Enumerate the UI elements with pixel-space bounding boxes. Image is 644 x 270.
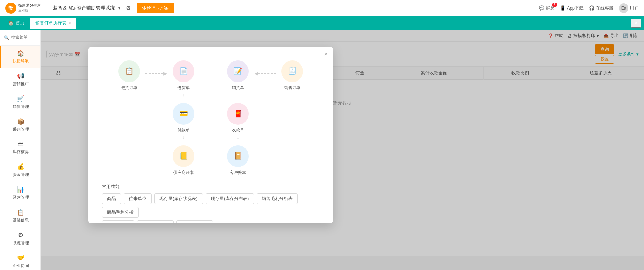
search-icon: 🔍 (4, 35, 9, 40)
system-icon: ⚙ (18, 231, 23, 239)
svg-text:🧾: 🧾 (288, 67, 297, 75)
svg-text:🧧: 🧧 (234, 109, 242, 118)
sidebar-item-inventory[interactable]: 🗃 库存核算 (0, 137, 40, 159)
modal-overlay: × 📋 进货订单 (41, 30, 644, 270)
app-download-label: App下载 (567, 5, 584, 11)
gear-icon[interactable]: ⚙ (124, 3, 133, 13)
modal-content: 📋 进货订单 ▶ (88, 47, 333, 223)
func-btn-product[interactable]: 商品 (102, 193, 121, 204)
sidebar-item-sales[interactable]: 🛒 销售管理 (0, 91, 40, 114)
purchase-bill-label: 进货单 (177, 85, 190, 91)
message-icon: 💬 (539, 5, 544, 11)
sidebar-item-enterprise[interactable]: 🤝 企业协同 (0, 250, 40, 270)
func-btn-payment-stats[interactable]: 付款情况统计 (176, 220, 213, 223)
sidebar-item-system[interactable]: ⚙ 系统管理 (0, 227, 40, 250)
flow-sales-order[interactable]: 🧾 (281, 60, 303, 82)
sidebar-item-label-system: 系统管理 (13, 240, 29, 246)
logo-area: 畅 畅康通好生意 标准版 (5, 3, 46, 14)
purchase-bill-icon: 📄 (177, 65, 190, 78)
quick-nav-icon: 🏠 (17, 50, 24, 57)
system-dropdown-btn[interactable]: ▾ (118, 6, 120, 11)
sidebar-search-btn[interactable]: 🔍 搜索菜单 (3, 33, 38, 42)
customer-ledger-label: 客户账本 (230, 170, 246, 176)
purchase-order-label: 进货订单 (121, 85, 137, 91)
sidebar-item-purchase[interactable]: 📦 采购管理 (0, 114, 40, 137)
sidebar-item-operations[interactable]: 📊 经营管理 (0, 182, 40, 204)
sales-bill-icon: 📝 (231, 65, 244, 78)
func-btn-stock-status[interactable]: 现存量(库存状况表) (154, 193, 203, 204)
payment-label: 付款单 (177, 127, 190, 133)
flow-sales-bill[interactable]: 📝 (227, 60, 249, 82)
sidebar-item-label-marketing: 营销推广 (13, 81, 29, 87)
svg-text:📋: 📋 (125, 67, 134, 75)
sidebar-item-label-operations: 经营管理 (13, 195, 29, 200)
logo-brand: 畅康通好生意 (18, 3, 41, 8)
flow-purchase-order[interactable]: 📋 (118, 60, 140, 82)
svg-text:💳: 💳 (179, 109, 188, 118)
enterprise-icon: 🤝 (17, 254, 24, 262)
tab-sales-order-label: 销售订单执行表 (35, 20, 66, 26)
flow-receipt[interactable]: 🧧 (227, 103, 249, 125)
logo-edition: 标准版 (18, 8, 41, 13)
app-download-btn[interactable]: 📱 App下载 (560, 5, 584, 11)
tab-bar-close-btn[interactable]: × (631, 19, 641, 28)
common-functions-section: 常用功能 商品 往来单位 现存量(库存状况表) 现存量(库存分布表) 销售毛利分… (102, 184, 319, 223)
svg-text:📔: 📔 (234, 152, 242, 160)
finance-icon: 💰 (17, 163, 24, 170)
tab-bar: 🏠 首页 销售订单执行表 × × (0, 16, 644, 30)
sidebar-item-label-quick-nav: 快捷导航 (13, 58, 29, 64)
user-name: 用户 (630, 5, 639, 11)
flow-payment[interactable]: 💳 (173, 103, 194, 125)
svg-text:📝: 📝 (234, 67, 242, 75)
sidebar: 🔍 搜索菜单 🏠 快捷导航 📢 营销推广 🛒 销售管理 📦 采购管理 🗃 库存核… (0, 30, 41, 270)
tab-close-icon[interactable]: × (68, 20, 71, 26)
common-functions-title: 常用功能 (102, 184, 319, 190)
content-area: ❓ 帮助 🖨 按模板打印 ▾ 📤 导出 🔄 刷新 yyyy-mm-dd 📅 (41, 30, 644, 270)
func-btn-stock-dist[interactable]: 现存量(库存分布表) (206, 193, 254, 204)
sales-order-icon: 🧾 (286, 65, 299, 78)
sidebar-item-quick-nav[interactable]: 🏠 快捷导航 (0, 46, 40, 68)
experience-btn[interactable]: 体验行业方案 (137, 3, 174, 13)
service-icon: 🎧 (589, 5, 594, 11)
home-icon: 🏠 (8, 21, 14, 26)
sales-icon: 🛒 (17, 95, 24, 103)
quick-nav-modal: × 📋 进货订单 (88, 47, 333, 223)
sidebar-item-finance[interactable]: 💰 资金管理 (0, 159, 40, 182)
message-badge: 6 (552, 3, 557, 7)
sidebar-search-area: 🔍 搜索菜单 (0, 30, 40, 46)
purchase-order-icon: 📋 (123, 65, 136, 78)
sales-order-label: 销售订单 (284, 85, 300, 91)
func-btn-sales-rank[interactable]: 销售排行榜 (102, 220, 134, 223)
basic-info-icon: 📋 (17, 209, 24, 216)
tab-sales-order-exec[interactable]: 销售订单执行表 × (30, 18, 76, 29)
marketing-icon: 📢 (17, 72, 24, 80)
sidebar-item-label-inventory: 库存核算 (13, 149, 29, 155)
flow-customer-ledger[interactable]: 📔 (227, 145, 249, 167)
message-btn[interactable]: 💬 消息 6 (539, 5, 555, 11)
flow-purchase-bill[interactable]: 📄 (173, 60, 194, 82)
download-icon: 📱 (560, 5, 565, 11)
sidebar-item-basic-info[interactable]: 📋 基础信息 (0, 204, 40, 227)
func-buttons-row2: 销售排行榜 收款情况统计 付款情况统计 (102, 220, 319, 223)
sidebar-item-label-basic-info: 基础信息 (13, 217, 29, 223)
sidebar-item-marketing[interactable]: 📢 营销推广 (0, 68, 40, 91)
online-service-btn[interactable]: 🎧 在线客服 (589, 5, 613, 11)
customer-ledger-icon: 📔 (231, 150, 244, 163)
sidebar-item-label-sales: 销售管理 (13, 104, 29, 110)
payment-icon: 💳 (177, 107, 190, 120)
top-header: 畅 畅康通好生意 标准版 装备及固定资产辅助管理系统 ▾ ⚙ 体验行业方案 💬 … (0, 0, 644, 16)
system-title: 装备及固定资产辅助管理系统 (53, 5, 115, 11)
online-service-label: 在线客服 (596, 5, 613, 11)
modal-close-btn[interactable]: × (324, 51, 328, 58)
user-area[interactable]: Ea 用户 (619, 3, 639, 13)
func-btn-sales-margin[interactable]: 销售毛利分析表 (257, 193, 298, 204)
func-btn-product-margin[interactable]: 商品毛利分析 (102, 207, 139, 218)
func-btn-receipt-stats[interactable]: 收款情况统计 (137, 220, 174, 223)
sidebar-item-label-enterprise: 企业协同 (13, 263, 29, 269)
func-btn-partner[interactable]: 往来单位 (124, 193, 152, 204)
avatar-text: Ea (621, 6, 626, 11)
header-right: 💬 消息 6 📱 App下载 🎧 在线客服 Ea 用户 (539, 3, 639, 13)
avatar: Ea (619, 3, 628, 13)
tab-home[interactable]: 🏠 首页 (3, 18, 30, 29)
flow-supplier-ledger[interactable]: 📒 (173, 145, 194, 167)
